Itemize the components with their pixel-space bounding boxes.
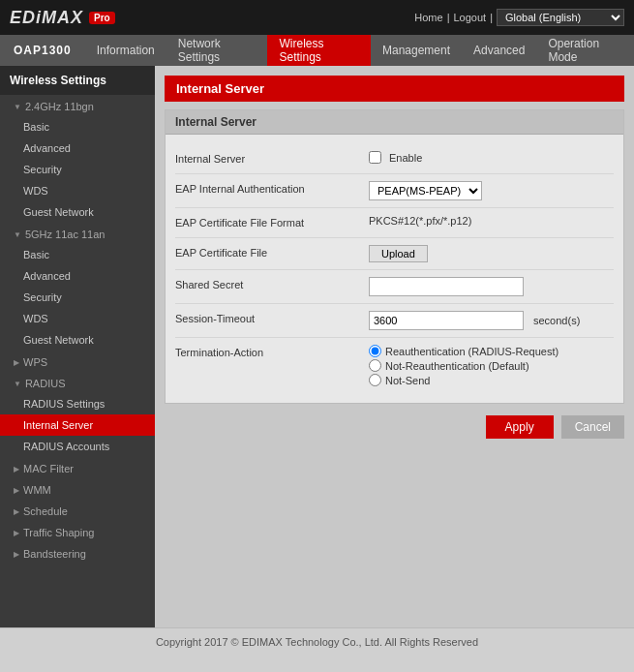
nav-item-advanced[interactable]: Advanced (462, 35, 536, 66)
top-bar: EDiMAX Pro Home | Logout | Global (Engli… (0, 0, 634, 35)
footer-text: Copyright 2017 © EDIMAX Technology Co., … (156, 636, 478, 648)
control-termination-action: Reauthentication (RADIUS-Request) Not-Re… (369, 343, 614, 388)
sidebar-item-wds-2g[interactable]: WDS (0, 180, 155, 201)
sidebar-item-security-5g[interactable]: Security (0, 287, 155, 308)
sidebar-group-title-mac-filter[interactable]: MAC Filter (0, 457, 155, 478)
cancel-button[interactable]: Cancel (561, 415, 624, 439)
sidebar-item-basic-2g[interactable]: Basic (0, 116, 155, 137)
radio-label-not-send: Not-Send (385, 375, 430, 386)
sidebar-group-title-traffic-shaping[interactable]: Traffic Shaping (0, 521, 155, 542)
sidebar-item-radius-accounts[interactable]: RADIUS Accounts (0, 436, 155, 457)
radio-row-reauthentication: Reauthentication (RADIUS-Request) (369, 345, 559, 357)
nav-bar: OAP1300 Information Network Settings Wir… (0, 35, 634, 66)
sidebar-item-security-2g[interactable]: Security (0, 159, 155, 180)
sidebar-item-wds-5g[interactable]: WDS (0, 308, 155, 329)
sidebar-group-radius: RADIUS RADIUS Settings Internal Server R… (0, 372, 155, 457)
nav-item-management[interactable]: Management (371, 35, 462, 66)
form-row-session-timeout: Session-Timeout 3600 second(s) (175, 304, 614, 338)
sidebar-group-title-5ghz[interactable]: 5GHz 11ac 11an (0, 223, 155, 244)
sidebar-group-traffic-shaping: Traffic Shaping (0, 521, 155, 542)
logo-area: EDiMAX Pro (10, 8, 115, 28)
cert-format-value: PKCS#12(*.pfx/*.p12) (369, 215, 471, 227)
sidebar-item-basic-5g[interactable]: Basic (0, 244, 155, 265)
radio-not-send[interactable] (369, 374, 381, 386)
sidebar-group-title-radius[interactable]: RADIUS (0, 372, 155, 393)
form-row-termination-action: Termination-Action Reauthentication (RAD… (175, 338, 614, 393)
nav-items: Information Network Settings Wireless Se… (85, 35, 634, 66)
sidebar-header: Wireless Settings (0, 66, 155, 95)
upload-button[interactable]: Upload (369, 245, 428, 262)
label-eap-auth: EAP Internal Authentication (175, 179, 369, 199)
label-cert-file: EAP Certificate File (175, 243, 369, 262)
form-panel-title: Internal Server (166, 110, 623, 135)
pro-badge: Pro (89, 12, 115, 24)
form-row-cert-file: EAP Certificate File Upload (175, 238, 614, 270)
label-cert-format: EAP Certificate File Format (175, 213, 369, 232)
sidebar-item-radius-settings[interactable]: RADIUS Settings (0, 393, 155, 414)
session-timeout-input[interactable]: 3600 (369, 311, 524, 330)
termination-radio-group: Reauthentication (RADIUS-Request) Not-Re… (369, 345, 559, 386)
label-session-timeout: Session-Timeout (175, 309, 369, 328)
main-content: Internal Server Internal Server Internal… (155, 66, 634, 627)
second-label: second(s) (533, 315, 580, 326)
nav-item-wireless-settings[interactable]: Wireless Settings (267, 35, 371, 66)
form-row-eap-auth: EAP Internal Authentication PEAP(MS-PEAP… (175, 174, 614, 208)
link-separator2: | (490, 12, 493, 23)
sidebar-item-internal-server[interactable]: Internal Server (0, 414, 155, 436)
label-termination-action: Termination-Action (175, 343, 369, 362)
sidebar-item-guest-5g[interactable]: Guest Network (0, 329, 155, 351)
btn-row: Apply Cancel (165, 415, 624, 439)
control-shared-secret (369, 275, 614, 298)
nav-item-information[interactable]: Information (85, 35, 166, 66)
top-links: Home | Logout | Global (English) Chinese… (414, 9, 624, 26)
form-row-shared-secret: Shared Secret (175, 270, 614, 304)
content-wrapper: Wireless Settings 2.4GHz 11bgn Basic Adv… (0, 66, 634, 627)
sidebar-group-title-wps[interactable]: WPS (0, 351, 155, 372)
link-separator: | (447, 12, 450, 23)
sidebar-group-bandsteering: Bandsteering (0, 542, 155, 564)
sidebar-group-title-bandsteering[interactable]: Bandsteering (0, 542, 155, 564)
form-row-internal-server: Internal Server Enable (175, 144, 614, 174)
page-title: Internal Server (165, 76, 624, 102)
sidebar-group-schedule: Schedule (0, 500, 155, 521)
home-link[interactable]: Home (414, 12, 442, 23)
radio-reauthentication[interactable] (369, 345, 381, 357)
control-eap-auth: PEAP(MS-PEAP) EAP-TLS EAP-TTLS (369, 179, 614, 202)
footer: Copyright 2017 © EDIMAX Technology Co., … (0, 627, 634, 656)
sidebar-item-guest-2g[interactable]: Guest Network (0, 201, 155, 223)
sidebar-group-title-2ghz[interactable]: 2.4GHz 11bgn (0, 95, 155, 116)
control-session-timeout: 3600 second(s) (369, 309, 614, 332)
nav-item-network-settings[interactable]: Network Settings (166, 35, 268, 66)
logo-text: EDiMAX (10, 8, 83, 28)
internal-server-checkbox[interactable] (369, 151, 381, 164)
sidebar-item-advanced-2g[interactable]: Advanced (0, 137, 155, 159)
nav-item-operation-mode[interactable]: Operation Mode (536, 35, 634, 66)
sidebar-group-mac-filter: MAC Filter (0, 457, 155, 478)
logo-edimax: EDiMAX (10, 8, 83, 27)
form-panel: Internal Server Internal Server Enable E… (165, 109, 624, 404)
label-internal-server: Internal Server (175, 149, 369, 168)
apply-button[interactable]: Apply (486, 415, 554, 439)
form-row-cert-format: EAP Certificate File Format PKCS#12(*.pf… (175, 208, 614, 238)
eap-auth-select[interactable]: PEAP(MS-PEAP) EAP-TLS EAP-TTLS (369, 181, 482, 200)
shared-secret-input[interactable] (369, 277, 524, 296)
radio-row-not-send: Not-Send (369, 374, 559, 386)
label-shared-secret: Shared Secret (175, 275, 369, 294)
sidebar-item-advanced-5g[interactable]: Advanced (0, 265, 155, 287)
enable-label: Enable (389, 152, 422, 164)
sidebar-group-title-schedule[interactable]: Schedule (0, 500, 155, 521)
control-cert-format: PKCS#12(*.pfx/*.p12) (369, 213, 614, 229)
logout-link[interactable]: Logout (453, 12, 486, 23)
sidebar-group-title-wmm[interactable]: WMM (0, 478, 155, 500)
sidebar-group-2ghz: 2.4GHz 11bgn Basic Advanced Security WDS… (0, 95, 155, 223)
device-name: OAP1300 (0, 44, 85, 57)
control-internal-server: Enable (369, 149, 614, 166)
control-cert-file: Upload (369, 243, 614, 264)
sidebar-group-5ghz: 5GHz 11ac 11an Basic Advanced Security W… (0, 223, 155, 351)
sidebar: Wireless Settings 2.4GHz 11bgn Basic Adv… (0, 66, 155, 627)
radio-label-reauthentication: Reauthentication (RADIUS-Request) (385, 346, 559, 357)
language-select[interactable]: Global (English) Chinese (Traditional) C… (497, 9, 624, 26)
sidebar-group-wmm: WMM (0, 478, 155, 500)
radio-not-reauthentication[interactable] (369, 359, 381, 372)
radio-row-not-reauthentication: Not-Reauthentication (Default) (369, 359, 559, 372)
